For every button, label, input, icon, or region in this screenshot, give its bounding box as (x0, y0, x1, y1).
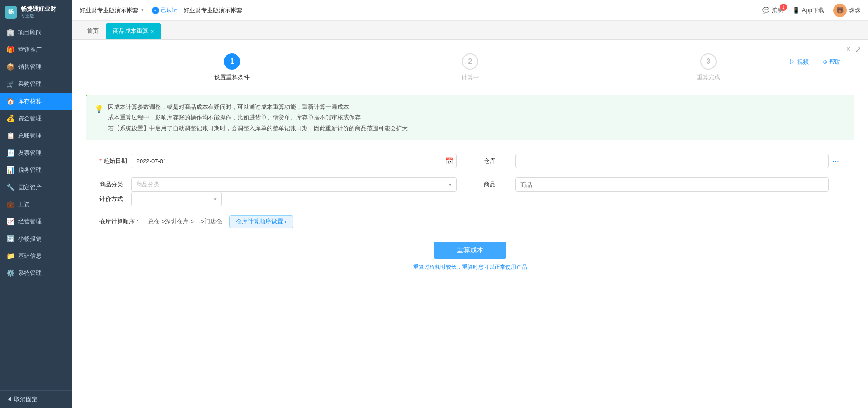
tab-home-label: 首页 (87, 27, 99, 35)
warehouse-order-row: 仓库计算顺序： 总仓->深圳仓库->...->门店仓 仓库计算顺序设置 › (99, 215, 841, 228)
warehouse-order-value: 总仓->深圳仓库->...->门店仓 (148, 218, 222, 226)
sidebar-item-purchase-label: 采购管理 (18, 80, 42, 88)
sidebar-item-project[interactable]: 🏢 项目顾问 (0, 24, 72, 41)
stepper-step-1: 1 设置重算条件 (113, 53, 351, 81)
stepper-label-3: 重算完成 (697, 73, 720, 81)
warehouse-order-settings-button[interactable]: 仓库计算顺序设置 › (229, 215, 293, 228)
info-box: 💡 因成本计算参数调整，或是对商品成本有疑问时，可以通过成本重算功能，重新计算一… (86, 95, 854, 140)
warehouse-label: 仓库 (484, 157, 511, 165)
expand-button[interactable]: ⤢ (855, 45, 861, 54)
start-date-input[interactable] (132, 154, 457, 168)
sidebar-item-salary[interactable]: 💼 工资 (0, 196, 72, 213)
category-label: 商品分类 (99, 180, 127, 189)
warehouse-order-label: 仓库计算顺序： (99, 218, 141, 226)
unpin-button[interactable]: ◀ 取消固定 (0, 391, 72, 408)
finance-icon: 💰 (6, 114, 14, 123)
system-icon: ⚙️ (6, 269, 14, 277)
stepper-step-2: 2 计算中 (351, 53, 590, 81)
main-area: 好业财专业版演示帐套 ▾ ✓ 已认证 好业财专业版演示帐套 💬 消息 1 📱 A… (72, 0, 868, 408)
sidebar-item-project-label: 项目顾问 (18, 28, 42, 37)
goods-label: 商品 (484, 180, 511, 189)
tabs-bar: 首页 商品成本重算 × (72, 21, 868, 40)
help-link[interactable]: ⊙ 帮助 (823, 58, 841, 66)
tab-home[interactable]: 首页 (80, 23, 106, 39)
accounting-icon: 📋 (6, 132, 14, 140)
sidebar-item-inventory[interactable]: 🏠 库存核算 (0, 93, 72, 110)
account-dropdown-icon: ▾ (141, 7, 144, 13)
operations-icon: 📈 (6, 218, 14, 226)
sidebar-item-finance-label: 资金管理 (18, 114, 42, 123)
tab-recalc-label: 商品成本重算 (113, 27, 148, 35)
basic-icon: 📁 (6, 252, 14, 260)
phone-icon: 📱 (793, 7, 800, 14)
account-selector[interactable]: 好业财专业版演示帐套 ▾ (80, 6, 144, 14)
sidebar-footer: ◀ 取消固定 (0, 390, 72, 408)
unpin-label: ◀ 取消固定 (6, 395, 38, 403)
sidebar-item-operations-label: 经营管理 (18, 218, 42, 226)
sidebar-item-invoice-label: 发票管理 (18, 149, 42, 157)
warehouse-input[interactable] (515, 154, 829, 168)
message-icon: 💬 (762, 7, 769, 14)
sidebar-item-basic[interactable]: 📁 基础信息 (0, 247, 72, 265)
marketing-icon: 🎁 (6, 46, 14, 54)
start-date-input-wrapper: 📅 (132, 154, 457, 168)
window-controls: × ⤢ (846, 45, 861, 54)
calendar-icon[interactable]: 📅 (445, 157, 453, 165)
video-link[interactable]: ▷ 视频 (789, 58, 809, 66)
info-icon: 💡 (94, 103, 104, 133)
info-line-3: 若【系统设置】中启用了自动调整记账日期时，会调整入库单的整单记账日期，因此重新计… (108, 123, 408, 133)
pricing-dropdown-icon: ▾ (214, 196, 217, 202)
user-area[interactable]: 🐻 珠珠 (833, 4, 861, 17)
app-logo-icon: 畅 (5, 6, 17, 19)
sidebar-item-tax-label: 税务管理 (18, 166, 42, 174)
start-date-label: 起始日期 (99, 157, 127, 165)
sales-icon: 📦 (6, 63, 14, 71)
info-content: 因成本计算参数调整，或是对商品成本有疑问时，可以通过成本重算功能，重新计算一遍成… (108, 102, 408, 133)
goods-input[interactable] (515, 177, 829, 192)
purchase-icon: 🛒 (6, 80, 14, 88)
content-area: × ⤢ 1 设置重算条件 2 计算中 3 重算完成 (72, 40, 868, 408)
pricing-select[interactable]: ▾ (131, 192, 222, 206)
invoice-icon: 🧾 (6, 149, 14, 157)
topbar: 好业财专业版演示帐套 ▾ ✓ 已认证 好业财专业版演示帐套 💬 消息 1 📱 A… (72, 0, 868, 21)
message-button[interactable]: 💬 消息 1 (762, 6, 783, 14)
sidebar-item-tax[interactable]: 📊 税务管理 (0, 161, 72, 179)
category-select[interactable]: 商品分类 ▾ (131, 177, 457, 192)
goods-dots-btn[interactable]: ··· (830, 180, 841, 190)
sidebar-item-finance[interactable]: 💰 资金管理 (0, 110, 72, 127)
sidebar-item-expense-label: 小畅报销 (18, 235, 42, 243)
verified-badge-area: ✓ 已认证 (152, 6, 177, 14)
sidebar-item-sales[interactable]: 📦 销售管理 (0, 58, 72, 76)
recalc-button[interactable]: 重算成本 (434, 242, 506, 259)
sidebar-item-assets-label: 固定资产 (18, 183, 42, 191)
app-download-button[interactable]: 📱 App下载 (793, 6, 824, 14)
sidebar-item-operations[interactable]: 📈 经营管理 (0, 213, 72, 230)
assets-icon: 🔧 (6, 183, 14, 191)
separator: | (815, 59, 816, 66)
category-row: 商品分类 商品分类 ▾ (99, 177, 457, 192)
sidebar-item-expense[interactable]: 🔄 小畅报销 (0, 230, 72, 247)
sidebar-item-purchase[interactable]: 🛒 采购管理 (0, 76, 72, 93)
stepper: 1 设置重算条件 2 计算中 3 重算完成 ▷ 视频 | ⊙ 帮助 (86, 53, 854, 81)
warehouse-dots-btn[interactable]: ··· (830, 157, 841, 166)
category-placeholder: 商品分类 (136, 180, 160, 189)
sidebar-header: 畅 畅捷通好业财 专业版 (0, 0, 72, 24)
sidebar: 畅 畅捷通好业财 专业版 🏢 项目顾问 🎁 营销推广 📦 销售管理 🛒 采购管理… (0, 0, 72, 408)
tab-recalc-close[interactable]: × (151, 28, 154, 34)
pricing-label: 计价方式 (99, 195, 127, 203)
user-name: 珠珠 (849, 6, 861, 14)
company-name: 好业财专业版演示帐套 (184, 6, 242, 14)
sidebar-item-assets[interactable]: 🔧 固定资产 (0, 179, 72, 196)
sidebar-item-accounting[interactable]: 📋 总账管理 (0, 127, 72, 144)
tab-recalc[interactable]: 商品成本重算 × (106, 23, 161, 39)
sidebar-item-sales-label: 销售管理 (18, 63, 42, 71)
sidebar-item-marketing[interactable]: 🎁 营销推广 (0, 41, 72, 58)
avatar: 🐻 (833, 4, 847, 17)
sidebar-item-basic-label: 基础信息 (18, 252, 42, 260)
close-button[interactable]: × (846, 45, 850, 54)
sidebar-item-system[interactable]: ⚙️ 系统管理 (0, 265, 72, 282)
form-grid: 起始日期 📅 仓库 ··· 商品分类 商品分类 ▾ (99, 154, 841, 192)
tax-icon: 📊 (6, 166, 14, 174)
sidebar-item-invoice[interactable]: 🧾 发票管理 (0, 144, 72, 161)
recalc-section: 重算成本 重算过程耗时较长，重算时您可以正常使用产品 (86, 242, 854, 271)
